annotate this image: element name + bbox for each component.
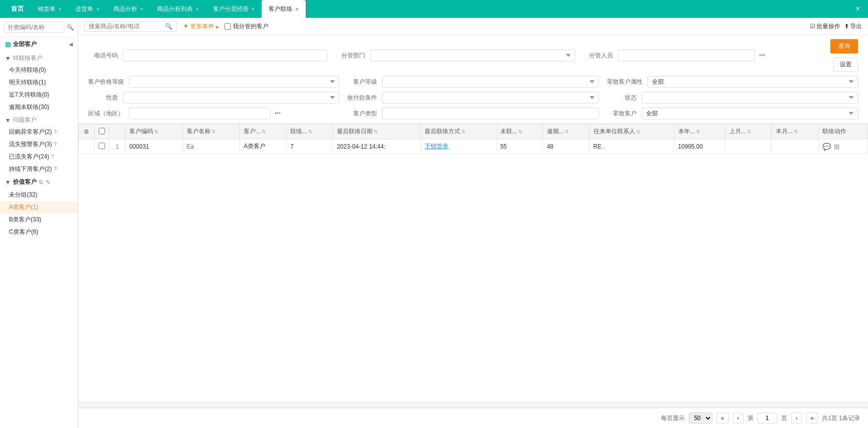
nav-tab-customer-contact[interactable]: 客户联络 ×	[262, 0, 305, 18]
sidebar-item-tomorrow-contact[interactable]: 明天待联络(1)	[0, 76, 78, 89]
last-page-btn[interactable]: »	[806, 413, 818, 424]
sort-type-icon: ⇅	[262, 129, 266, 134]
close-all-icon[interactable]: ×	[852, 4, 864, 13]
row-last-month	[725, 139, 771, 154]
search-box: 🔍	[84, 21, 177, 32]
action-icons-container: 💬 ⊞	[822, 143, 864, 151]
sidebar-item-unclassified[interactable]: 未分组(32)	[0, 189, 78, 201]
customer-type-input[interactable]	[382, 107, 598, 119]
more-conditions-btn[interactable]: ▼ 更多条件 ▴	[183, 22, 218, 31]
nav-tab-product-list[interactable]: 商品分析列表 ×	[150, 0, 206, 18]
sidebar-item-class-a[interactable]: A类客户(1)	[0, 201, 78, 214]
customer-level-select[interactable]	[382, 76, 598, 88]
nav-tab-product-analysis[interactable]: 商品分析 ×	[107, 0, 150, 18]
nav-tab-customer-layer[interactable]: 客户分层经营 ×	[206, 0, 262, 18]
th-last-month[interactable]: 上月...⇅	[725, 124, 771, 139]
nav-tab-purchase[interactable]: 进货单 ×	[68, 0, 106, 18]
th-check[interactable]	[95, 124, 109, 139]
close-customer-contact-tab[interactable]: ×	[295, 6, 298, 12]
page-input[interactable]	[758, 413, 777, 424]
help-icon-1: ?	[54, 129, 57, 135]
first-page-btn[interactable]: «	[716, 413, 729, 424]
next-page-btn[interactable]: ›	[791, 413, 802, 424]
close-purchase-tab[interactable]: ×	[96, 6, 99, 12]
sidebar-item-7days-contact[interactable]: 近7天待联络(0)	[0, 89, 78, 101]
th-overdue[interactable]: 逾期...⇅	[542, 124, 589, 139]
sidebar-item-class-c[interactable]: C类客户(6)	[0, 226, 78, 238]
retail-attr-select[interactable]: 全部	[648, 76, 858, 88]
price-level-select[interactable]	[129, 76, 339, 88]
payment-label: 收付款条件	[347, 94, 377, 102]
row-check[interactable]	[95, 139, 109, 154]
close-product-list-tab[interactable]: ×	[196, 6, 199, 12]
chat-icon[interactable]: 💬	[822, 143, 831, 151]
refresh-icon[interactable]: ↻	[39, 179, 44, 186]
sidebar-search-input[interactable]	[4, 22, 64, 33]
export-btn[interactable]: ⬆ 导出	[844, 22, 862, 31]
sidebar-item-declining[interactable]: 持续下滑客户(2) ?	[0, 163, 78, 175]
prev-page-btn[interactable]: ‹	[733, 413, 744, 424]
horizontal-scrollbar[interactable]	[78, 402, 868, 408]
person-input[interactable]	[618, 50, 756, 61]
sidebar-item-overdue-contact[interactable]: 逾期未联络(30)	[0, 101, 78, 113]
main-search-input[interactable]	[89, 23, 163, 30]
select-all-checkbox[interactable]	[99, 128, 105, 134]
sidebar-item-churn-warning[interactable]: 流失预警客户(3) ?	[0, 138, 78, 151]
filter-bar: 🔍 ▼ 更多条件 ▴ 我分管的客户 ☑ 批量操作 ⬆ 导出	[78, 18, 868, 35]
sidebar-item-today-contact[interactable]: 今天待联络(0)	[0, 64, 78, 76]
th-customer-name[interactable]: 客户名称⇅	[182, 124, 240, 139]
sort-contact-icon: ⇅	[308, 129, 312, 134]
th-this-year[interactable]: 本年...⇅	[674, 124, 725, 139]
sort-uncontact-icon: ⇅	[518, 129, 522, 134]
filter-cell-person: 分管人员 •••	[579, 50, 826, 61]
th-contact-count[interactable]: 联络...⇅	[286, 124, 332, 139]
close-sales-tab[interactable]: ×	[58, 6, 61, 12]
retail-customer-select[interactable]: 全部	[642, 107, 858, 119]
dept-select[interactable]	[370, 50, 575, 61]
my-customers-checkbox[interactable]	[224, 23, 231, 30]
th-last-contact-date[interactable]: 最后联络日期⇅	[332, 124, 420, 139]
region-label: 区域（地区）	[88, 109, 124, 118]
all-customers-section[interactable]: ⊞ 全部客户 ◀	[0, 37, 78, 52]
main-layout: 🔍 ⊞ 全部客户 ◀ ▼ 待联络客户 今天待联络(0) 明天待联络(1) 近7天…	[0, 18, 868, 428]
pending-contact-group: ▼ 待联络客户	[0, 52, 78, 64]
person-more-icon[interactable]: •••	[757, 52, 767, 59]
qr-icon[interactable]: ⊞	[834, 143, 840, 151]
th-last-contact-way[interactable]: 最后联络方式⇅	[421, 124, 496, 139]
th-customer-type[interactable]: 客户...⇅	[240, 124, 286, 139]
total-records: 共1页 1条记录	[822, 414, 860, 423]
close-product-analysis-tab[interactable]: ×	[140, 6, 143, 12]
per-page-select[interactable]: 50	[689, 412, 712, 424]
main-search-icon[interactable]: 🔍	[165, 23, 172, 30]
sidebar-item-abnormal-repurchase[interactable]: 回购异常客户(2) ?	[0, 126, 78, 138]
th-unit-contact[interactable]: 往来单位联系人⇅	[589, 124, 674, 139]
th-customer-code[interactable]: 客户编码⇅	[125, 124, 183, 139]
nav-tab-sales[interactable]: 销货单 ×	[31, 0, 68, 18]
edit-icon[interactable]: ✎	[46, 179, 51, 186]
filter-cell-customer-type: 客户类型	[343, 107, 602, 119]
sidebar-search-icon[interactable]: 🔍	[66, 24, 74, 31]
batch-op-btn[interactable]: ☑ 批量操作	[810, 22, 840, 31]
th-gear[interactable]: ⚙	[79, 124, 95, 139]
nav-tab-home[interactable]: 首页	[4, 0, 31, 18]
phone-input[interactable]	[123, 50, 327, 61]
row-checkbox[interactable]	[99, 143, 105, 149]
nature-select[interactable]	[123, 92, 339, 104]
setting-button[interactable]: 设置	[833, 57, 858, 72]
pagination-bar: 每页显示 50 « ‹ 第 页 › » 共1页 1条记录	[78, 408, 868, 428]
sort-tmonth-icon: ⇅	[794, 129, 798, 134]
region-more-icon[interactable]: •••	[272, 110, 283, 117]
status-select[interactable]	[642, 92, 858, 104]
region-input[interactable]	[129, 107, 271, 119]
query-button[interactable]: 查询	[830, 39, 858, 54]
close-customer-layer-tab[interactable]: ×	[252, 6, 255, 12]
row-uncontacted: 55	[496, 139, 542, 154]
th-this-month[interactable]: 本月...⇅	[771, 124, 818, 139]
sidebar-item-churned[interactable]: 已流失客户(24) ?	[0, 151, 78, 163]
sidebar-item-class-b[interactable]: B类客户(33)	[0, 214, 78, 226]
filter-cell-payment: 收付款条件	[343, 92, 602, 104]
row-name[interactable]: Ea	[182, 139, 240, 154]
payment-select[interactable]	[382, 92, 598, 104]
th-uncontacted[interactable]: 未联...⇅	[496, 124, 542, 139]
row-last-contact-way[interactable]: 下销货单	[421, 139, 496, 154]
